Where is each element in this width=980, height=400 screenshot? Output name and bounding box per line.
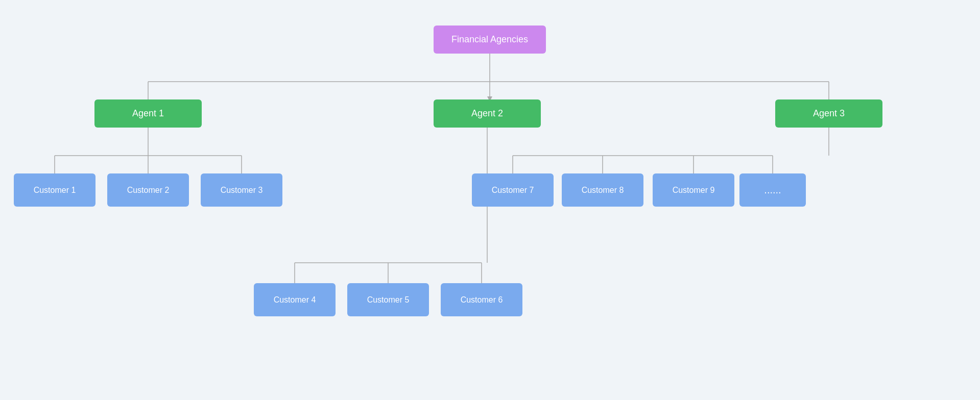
- customer6-node[interactable]: Customer 6: [441, 283, 522, 316]
- diagram-container: Financial Agencies Agent 1 Agent 2 Agent…: [0, 0, 980, 400]
- agent2-node[interactable]: Agent 2: [434, 99, 541, 128]
- customer9-node[interactable]: Customer 9: [653, 173, 734, 207]
- customer-more-node[interactable]: ......: [739, 173, 806, 207]
- customer1-node[interactable]: Customer 1: [14, 173, 95, 207]
- agent1-node[interactable]: Agent 1: [94, 99, 202, 128]
- customer7-node[interactable]: Customer 7: [472, 173, 554, 207]
- customer2-node[interactable]: Customer 2: [107, 173, 189, 207]
- customer8-node[interactable]: Customer 8: [562, 173, 643, 207]
- customer4-node[interactable]: Customer 4: [254, 283, 336, 316]
- customer5-node[interactable]: Customer 5: [347, 283, 429, 316]
- root-node[interactable]: Financial Agencies: [434, 26, 546, 54]
- agent3-node[interactable]: Agent 3: [775, 99, 882, 128]
- customer3-node[interactable]: Customer 3: [201, 173, 282, 207]
